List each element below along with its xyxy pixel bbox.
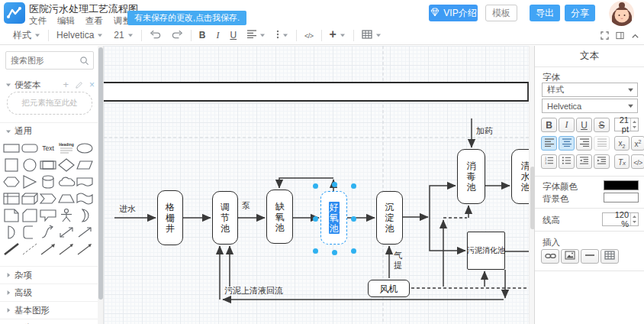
font-family-dropdown[interactable]: Helvetica [51,28,108,43]
shape-wave-flag[interactable] [76,191,94,206]
shape-arrow-line-3[interactable] [76,241,94,257]
font-size-dropdown[interactable]: 21 [108,28,138,43]
bullet-list-button[interactable] [559,154,575,169]
menu-file[interactable]: 文件 [29,15,47,27]
strikethrough-button[interactable]: S [594,118,610,132]
italic-button[interactable]: I [211,28,224,43]
menu-edit[interactable]: 编辑 [57,15,75,27]
selection-handle[interactable] [332,182,337,187]
style-dropdown[interactable]: 样式 [8,28,46,43]
section-general[interactable]: 通用 [0,122,98,139]
edge-junction-to-digestion[interactable] [430,217,465,251]
user-avatar[interactable] [609,1,634,26]
panel-toggle-button[interactable] [616,31,624,40]
label-influent[interactable]: 进水 [119,204,136,214]
node-aerobic-tank[interactable]: 好氧池 [320,191,347,245]
insert-dropdown[interactable]: + [324,28,351,43]
italic-button[interactable]: I [559,118,575,132]
shape-arrow-line[interactable] [39,241,57,257]
shape-curve-arrow[interactable] [39,225,57,240]
insert-image-button[interactable] [561,249,579,264]
fullscreen-button[interactable] [601,31,609,40]
shape-step-arrow[interactable] [39,191,57,206]
close-icon[interactable]: × [89,81,95,89]
underline-button[interactable]: U [576,118,592,132]
shape-rectangle[interactable] [2,141,21,156]
indent-button[interactable] [594,154,610,169]
shape-diag-arrow[interactable] [76,225,94,240]
shape-square[interactable] [2,157,21,173]
subscript-button[interactable]: x2 [614,136,630,151]
ordered-list-button[interactable]: >123 [541,154,557,169]
shape-triangle[interactable] [21,174,39,190]
align-center-button[interactable] [559,136,575,151]
line-height-input[interactable]: 120 % [602,212,639,226]
selection-handle[interactable] [351,248,356,254]
template-button[interactable]: 模板 [485,5,517,21]
menu-view[interactable]: 查看 [85,15,103,27]
clipboard-dropzone[interactable]: 把元素拖至此处 [7,92,92,115]
search-input[interactable] [6,56,79,65]
align-left-button[interactable] [541,136,557,151]
selection-handle[interactable] [332,250,337,255]
shape-half-circle[interactable] [2,225,21,240]
insert-hline-button[interactable] [581,249,599,264]
shape-document[interactable] [76,174,94,190]
shape-parallelogram[interactable] [76,157,94,173]
undo-button[interactable] [144,28,166,43]
align-right-button[interactable] [576,136,592,151]
selection-handle[interactable] [351,183,356,189]
app-logo-icon[interactable] [4,2,25,24]
share-button[interactable]: 分享 [565,5,595,21]
selection-handle[interactable] [351,216,356,222]
edge-recycle-top-run[interactable] [279,178,333,188]
shape-trapezoid[interactable] [57,191,76,206]
node-grate-well[interactable]: 格栅井 [157,190,183,245]
sidebar-scrollbar[interactable] [98,46,103,324]
outdent-button[interactable] [576,154,592,169]
node-sedimentation-tank[interactable]: 沉淀池 [376,191,403,245]
background-color-swatch[interactable] [604,193,639,202]
shape-cloud[interactable] [57,174,76,190]
shape-double-diag-arrow[interactable] [57,225,76,240]
list-dropdown[interactable] [271,28,294,43]
canvas-scrollbar[interactable] [529,46,534,324]
canvas-band-shape[interactable] [104,83,528,101]
add-icon[interactable]: + [63,81,69,89]
shape-ellipse[interactable] [76,141,94,156]
shape-rounded-rectangle[interactable] [21,141,39,156]
bold-button[interactable]: B [541,118,557,132]
font-family-select[interactable]: Helvetica [542,99,638,113]
node-disinfection-tank[interactable]: 消毒池 [457,149,485,204]
node-blower-fan[interactable]: 风机 [368,280,410,297]
shape-cylinder[interactable] [39,174,57,190]
redo-button[interactable] [166,28,188,43]
bold-button[interactable]: B [194,28,211,43]
label-pump[interactable]: 泵 [242,201,250,211]
selection-handle[interactable] [313,216,318,222]
shape-diamond[interactable] [57,157,76,173]
collapse-toolbar-button[interactable] [631,33,639,39]
shape-bold-line[interactable] [2,241,21,257]
spinner-icon[interactable] [630,118,638,131]
node-regulating-tank[interactable]: 调节池 [212,191,238,245]
shape-hexagon[interactable] [2,174,21,190]
node-anoxic-tank[interactable]: 缺氧池 [266,190,293,244]
shape-crescent[interactable] [76,208,94,223]
scrollbar-thumb[interactable] [530,167,535,229]
node-sludge-digestion-tank[interactable]: 污泥消化池 [467,232,505,270]
selection-handle[interactable] [313,248,318,254]
shape-callout[interactable] [39,208,57,223]
shape-search[interactable] [5,51,94,70]
insert-link-button[interactable] [541,249,559,264]
code-button[interactable]: </> [631,154,644,169]
section-basic-shapes[interactable]: 基本图形 [0,301,98,319]
section-clipboard[interactable]: 便签本 + × [0,78,98,92]
shape-circle[interactable] [21,157,39,173]
edge-junction-to-disinfection[interactable] [430,186,456,217]
edit-icon[interactable] [75,81,83,89]
unsaved-changes-notice[interactable]: 有未保存的更改,点击我保存. [127,11,246,25]
shape-actor[interactable] [57,208,76,223]
label-dosing[interactable]: 加药 [476,126,493,136]
superscript-button[interactable]: x2 [631,136,644,151]
